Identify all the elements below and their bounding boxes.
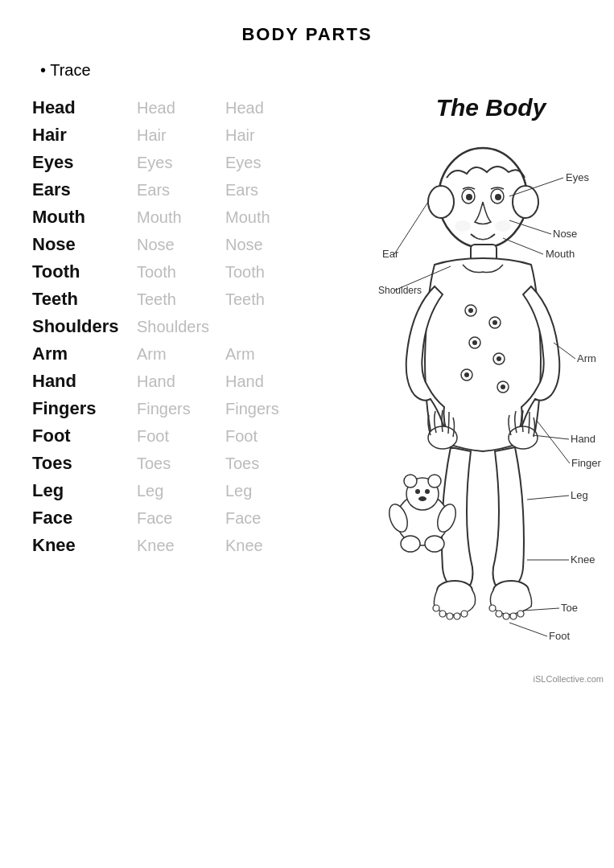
- word-bold-hand: Hand: [32, 371, 137, 392]
- word-row: ToothToothTooth: [32, 258, 370, 286]
- word-row: FaceFaceFace: [32, 504, 370, 532]
- svg-text:Nose: Nose: [553, 228, 577, 240]
- word-row: ShouldersShoulders: [32, 313, 370, 340]
- word-trace1-foot: Foot: [137, 427, 225, 446]
- word-bold-teeth: Teeth: [32, 289, 137, 310]
- svg-point-16: [472, 340, 477, 345]
- svg-point-14: [492, 320, 497, 325]
- svg-point-26: [433, 605, 439, 611]
- word-row: FootFootFoot: [32, 422, 370, 450]
- word-trace1-shoulders: Shoulders: [137, 318, 225, 336]
- word-bold-knee: Knee: [32, 535, 137, 556]
- word-trace1-teeth: Teeth: [137, 290, 225, 309]
- word-row: HandHandHand: [32, 368, 370, 395]
- word-bold-head: Head: [32, 97, 137, 118]
- word-trace1-eyes: Eyes: [137, 154, 225, 172]
- svg-point-41: [415, 489, 420, 494]
- word-trace1-nose: Nose: [137, 236, 225, 254]
- svg-text:Finger: Finger: [571, 457, 602, 469]
- word-trace2-ears: Ears: [225, 181, 314, 200]
- word-bold-arm: Arm: [32, 343, 137, 364]
- word-trace1-knee: Knee: [137, 537, 225, 555]
- svg-point-42: [425, 489, 430, 494]
- word-bold-fingers: Fingers: [32, 398, 137, 419]
- svg-text:Mouth: Mouth: [546, 248, 575, 260]
- word-row: ToesToesToes: [32, 450, 370, 477]
- svg-point-7: [495, 194, 501, 200]
- svg-text:Shoulders: Shoulders: [378, 285, 422, 296]
- svg-point-43: [418, 496, 427, 501]
- svg-point-30: [461, 611, 468, 617]
- word-row: EarsEarsEars: [32, 176, 370, 204]
- word-trace1-hand: Hand: [137, 372, 225, 391]
- credit-text: iSLCollective.com: [378, 674, 604, 684]
- word-bold-face: Face: [32, 508, 137, 529]
- word-row: KneeKneeKnee: [32, 532, 370, 559]
- word-bold-mouth: Mouth: [32, 207, 137, 228]
- word-trace2-knee: Knee: [225, 537, 314, 555]
- svg-text:Eyes: Eyes: [566, 171, 589, 183]
- svg-point-18: [497, 356, 501, 361]
- page-title: BODY PARTS: [32, 24, 582, 45]
- word-trace2-leg: Leg: [225, 482, 314, 500]
- word-trace1-ears: Ears: [137, 181, 225, 200]
- word-trace2-nose: Nose: [225, 236, 314, 254]
- word-trace1-toes: Toes: [137, 455, 225, 473]
- svg-point-34: [503, 613, 509, 619]
- word-trace1-face: Face: [137, 509, 225, 528]
- word-trace2-mouth: Mouth: [225, 208, 314, 227]
- word-row: EyesEyesEyes: [32, 149, 370, 176]
- svg-point-12: [468, 308, 473, 313]
- body-diagram-area: The Body: [370, 94, 604, 684]
- word-trace2-arm: Arm: [225, 345, 314, 364]
- word-bold-leg: Leg: [32, 480, 137, 501]
- word-trace2-foot: Foot: [225, 427, 314, 446]
- svg-point-22: [501, 385, 505, 389]
- svg-point-27: [439, 611, 446, 617]
- word-row: HeadHeadHead: [32, 94, 370, 121]
- word-bold-eyes: Eyes: [32, 152, 137, 173]
- word-trace1-hair: Hair: [137, 126, 225, 145]
- word-trace1-arm: Arm: [137, 345, 225, 364]
- svg-text:Hand: Hand: [571, 433, 595, 445]
- svg-point-8: [455, 220, 471, 232]
- word-bold-ears: Ears: [32, 179, 137, 200]
- svg-point-9: [495, 220, 511, 232]
- svg-text:Knee: Knee: [571, 553, 595, 566]
- svg-text:Toe: Toe: [561, 602, 578, 614]
- svg-point-46: [401, 536, 420, 552]
- word-trace2-head: Head: [225, 99, 314, 117]
- word-row: FingersFingersFingers: [32, 395, 370, 422]
- word-bold-hair: Hair: [32, 125, 137, 146]
- word-trace1-mouth: Mouth: [137, 208, 225, 227]
- word-trace2-fingers: Fingers: [225, 400, 314, 418]
- svg-point-35: [510, 613, 517, 619]
- word-trace2-toes: Toes: [225, 455, 314, 473]
- word-trace2-eyes: Eyes: [225, 154, 314, 172]
- svg-point-33: [496, 611, 502, 617]
- word-row: ArmArmArm: [32, 340, 370, 368]
- svg-point-40: [428, 475, 441, 487]
- word-list: HeadHeadHeadHairHairHairEyesEyesEyesEars…: [32, 94, 370, 559]
- svg-text:Ear: Ear: [382, 248, 399, 260]
- word-trace2-tooth: Tooth: [225, 263, 314, 282]
- body-diagram-svg: Eyes Nose Mouth Ear Shoulders Arm Hand F…: [378, 125, 604, 673]
- svg-point-29: [454, 613, 460, 619]
- word-row: TeethTeethTeeth: [32, 286, 370, 313]
- svg-point-28: [447, 613, 453, 619]
- word-bold-foot: Foot: [32, 426, 137, 446]
- bullet-trace: • Trace: [40, 61, 582, 80]
- svg-text:Leg: Leg: [571, 489, 588, 501]
- word-row: MouthMouthMouth: [32, 204, 370, 231]
- word-row: HairHairHair: [32, 121, 370, 149]
- svg-point-47: [425, 536, 444, 552]
- word-trace2-teeth: Teeth: [225, 290, 314, 309]
- svg-point-20: [464, 372, 469, 377]
- svg-text:Foot: Foot: [549, 630, 570, 642]
- word-trace1-head: Head: [137, 99, 225, 117]
- word-bold-nose: Nose: [32, 234, 137, 255]
- word-trace2-hair: Hair: [225, 126, 314, 145]
- word-trace1-tooth: Tooth: [137, 263, 225, 282]
- word-trace1-fingers: Fingers: [137, 400, 225, 418]
- svg-text:Arm: Arm: [577, 352, 596, 364]
